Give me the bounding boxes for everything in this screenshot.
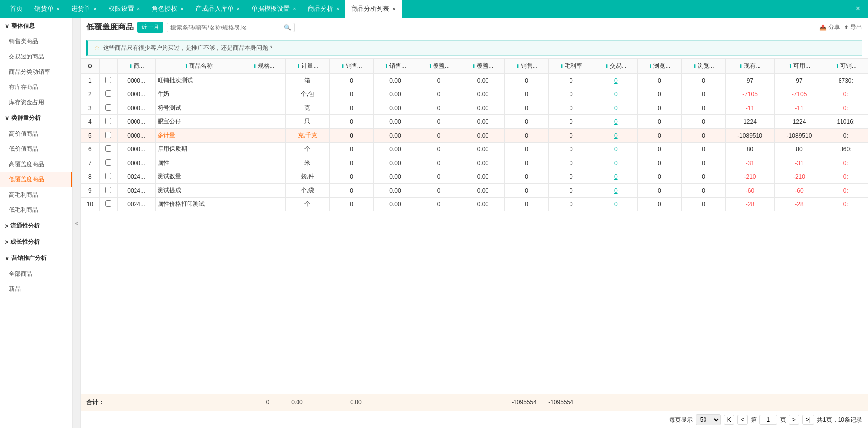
row-sale-stock: 0: [824,87,868,101]
nav-close-icon[interactable]: × [237,6,240,12]
nav-close-icon[interactable]: × [93,6,96,12]
column-header-saleStock[interactable]: ⬆可销... [824,59,868,74]
row-checkbox[interactable] [105,90,111,97]
search-icon[interactable]: 🔍 [284,24,291,31]
nav-item-进货单[interactable]: 进货单× [65,0,102,18]
sidebar-item-新品[interactable]: 新品 [0,282,72,297]
column-header-salePct[interactable]: ⬆销售... [505,59,548,74]
first-page-button[interactable]: K [724,415,734,425]
column-header-saleAmt[interactable]: ⬆销售... [373,59,417,74]
sidebar-item-销售类商品[interactable]: 销售类商品 [0,34,72,49]
column-header-tradeAmt[interactable]: ⬆交易... [594,59,638,74]
column-header-unit[interactable]: ⬆计量... [286,59,329,74]
sidebar-item-交易过的商品[interactable]: 交易过的商品 [0,49,72,64]
row-checkbox[interactable] [105,173,111,179]
share-button[interactable]: 📤 分享 [819,23,840,31]
row-sale-stock: 0: [824,170,868,184]
row-sale-pct: 0 [505,198,548,211]
column-header-name[interactable]: ⬆商品名称 [155,59,242,74]
nav-close-icon[interactable]: × [137,6,140,12]
sidebar-section-整体信息[interactable]: ∨整体信息 [0,18,72,34]
sidebar-item-有库存商品[interactable]: 有库存商品 [0,80,72,95]
nav-item-权限设置[interactable]: 权限设置× [103,0,146,18]
column-header-spec[interactable]: ⬆规格... [242,59,286,74]
sidebar-item-低覆盖度商品[interactable]: 低覆盖度商品 [0,172,72,187]
nav-close-icon[interactable]: × [56,6,59,12]
row-checkbox[interactable] [105,159,111,166]
nav-item-商品分析[interactable]: 商品分析× [302,0,345,18]
row-number: 1 [81,74,100,87]
sidebar-item-低价值商品[interactable]: 低价值商品 [0,142,72,157]
row-number: 4 [81,115,100,129]
row-trade-amt-link[interactable]: 0 [614,132,618,139]
row-unit: 个,包 [286,87,329,101]
nav-item-商品分析列表[interactable]: 商品分析列表× [345,0,401,18]
nav-item-角色授权[interactable]: 角色授权× [146,0,189,18]
column-header-viewQty[interactable]: ⬆浏览... [638,59,681,74]
column-header-saleQty[interactable]: ⬆销售... [329,59,373,74]
row-trade-amt-link[interactable]: 0 [614,173,618,180]
row-checkbox[interactable] [105,145,111,152]
row-checkbox[interactable] [105,187,111,193]
section-label: 流通性分析 [10,222,40,230]
row-trade-amt-link[interactable]: 0 [614,160,618,167]
search-input[interactable] [170,24,284,31]
row-trade-amt-link[interactable]: 0 [614,201,618,208]
export-button[interactable]: ⬆ 导出 [844,23,862,31]
row-spec [242,143,286,156]
column-header-grossRate[interactable]: ⬆毛利率 [548,59,594,74]
row-current-stock: -7105 [725,87,774,101]
row-avail-stock: 1224 [775,115,824,129]
page-size-select[interactable]: 2050100 [696,414,721,425]
window-close-button[interactable]: × [852,2,864,15]
row-trade-amt-link[interactable]: 0 [614,105,618,112]
period-button[interactable]: 近一月 [137,22,163,33]
row-trade-amt-link[interactable]: 0 [614,146,618,153]
nav-item-首页[interactable]: 首页 [4,0,28,18]
column-header-currentStock[interactable]: ⬆现有... [725,59,774,74]
column-header-coverQty[interactable]: ⬆覆盖... [417,59,461,74]
footer-sale-amt: 0.00 [282,397,312,408]
sidebar-item-全部商品[interactable]: 全部商品 [0,266,72,282]
sidebar-section-营销推广分析[interactable]: ∨营销推广分析 [0,250,72,266]
sidebar-section-类群量分析[interactable]: ∨类群量分析 [0,110,72,126]
row-trade-amt-link[interactable]: 0 [614,118,618,125]
column-header-code[interactable]: ⬆商... [117,59,155,74]
row-trade-amt-link[interactable]: 0 [614,77,618,84]
row-cover-amt: 0.00 [461,156,505,170]
nav-close-icon[interactable]: × [392,6,395,12]
sidebar-item-商品分类动销率[interactable]: 商品分类动销率 [0,64,72,80]
prev-page-button[interactable]: < [737,415,748,425]
column-header-coverAmt[interactable]: ⬆覆盖... [461,59,505,74]
nav-item-产成品入库单[interactable]: 产成品入库单× [190,0,245,18]
nav-close-icon[interactable]: × [293,6,296,12]
column-header-availStock[interactable]: ⬆可用... [775,59,824,74]
sidebar-item-库存资金占用[interactable]: 库存资金占用 [0,95,72,110]
sidebar-section-成长性分析[interactable]: >成长性分析 [0,234,72,250]
row-trade-amt-link[interactable]: 0 [614,91,618,98]
current-page-input[interactable] [760,415,777,425]
row-checkbox[interactable] [105,77,111,83]
nav-item-单据模板设置[interactable]: 单据模板设置× [245,0,301,18]
nav-close-icon[interactable]: × [336,6,339,12]
sidebar-item-高覆盖度商品[interactable]: 高覆盖度商品 [0,157,72,172]
row-checkbox[interactable] [105,200,111,207]
sidebar-section-流通性分析[interactable]: >流通性分析 [0,218,72,234]
row-number: 8 [81,170,100,184]
row-checkbox[interactable] [105,132,111,138]
row-number: 5 [81,129,100,143]
nav-close-icon[interactable]: × [180,6,183,12]
row-spec [242,170,286,184]
nav-item-销货单[interactable]: 销货单× [28,0,65,18]
sidebar-item-高价值商品[interactable]: 高价值商品 [0,126,72,142]
sidebar-item-低毛利商品[interactable]: 低毛利商品 [0,202,72,218]
sidebar-item-高毛利商品[interactable]: 高毛利商品 [0,187,72,202]
row-checkbox[interactable] [105,118,111,124]
next-page-button[interactable]: > [789,415,799,425]
sidebar-collapse-button[interactable]: « [73,18,81,428]
table-row: 90024...测试提成个,袋00.0000.0000000-60-600: [81,184,868,198]
row-checkbox[interactable] [105,104,111,111]
last-page-button[interactable]: >| [802,415,814,425]
column-header-viewAmt[interactable]: ⬆浏览... [681,59,725,74]
row-trade-amt-link[interactable]: 0 [614,187,618,194]
